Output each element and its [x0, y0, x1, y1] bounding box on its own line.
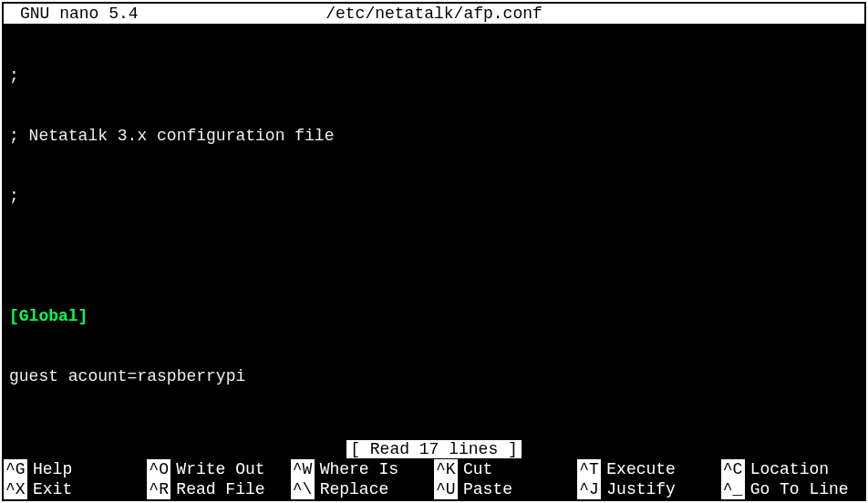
shortcut-row-2: ^XExit ^RRead File ^\Replace ^UPaste ^JJ…	[4, 479, 864, 499]
app-name: GNU nano 5.4	[20, 4, 139, 24]
shortcut-key: ^K	[434, 459, 458, 479]
shortcut-key: ^X	[4, 479, 27, 499]
shortcut-key: ^G	[4, 459, 27, 479]
terminal-window: GNU nano 5.4 /etc/netatalk/afp.conf ; ; …	[2, 2, 866, 501]
shortcut-key: ^J	[577, 479, 601, 499]
file-line: guest acount=raspberrypi	[9, 366, 859, 386]
shortcut-cut[interactable]: ^KCut	[434, 459, 577, 479]
shortcut-label: Where Is	[320, 459, 398, 479]
shortcut-key: ^U	[434, 479, 458, 499]
file-line: ; Netatalk 3.x configuration file	[9, 126, 859, 146]
file-line: ;	[9, 186, 859, 206]
shortcut-key: ^T	[577, 459, 601, 479]
shortcut-execute[interactable]: ^TExecute	[577, 459, 720, 479]
shortcut-label: Location	[750, 459, 829, 479]
shortcut-label: Exit	[33, 479, 72, 499]
titlebar: GNU nano 5.4 /etc/netatalk/afp.conf	[4, 4, 864, 24]
shortcut-key: ^R	[147, 479, 170, 499]
shortcut-label: Justify	[606, 479, 676, 499]
shortcut-key: ^O	[147, 459, 170, 479]
shortcut-key: ^W	[291, 459, 315, 479]
shortcut-label: Paste	[463, 479, 512, 499]
editor-area[interactable]: ; ; Netatalk 3.x configuration file ; [G…	[4, 24, 864, 439]
shortcut-justify[interactable]: ^JJustify	[577, 479, 720, 499]
file-line: ;	[9, 66, 859, 86]
shortcut-key: ^_	[721, 479, 745, 499]
shortcut-label: Cut	[463, 459, 492, 479]
shortcut-label: Read File	[176, 479, 264, 499]
shortcut-write-out[interactable]: ^OWrite Out	[147, 459, 290, 479]
file-line	[9, 246, 859, 266]
shortcut-key: ^\	[291, 479, 315, 499]
shortcut-label: Go To Line	[750, 479, 849, 499]
shortcut-paste[interactable]: ^UPaste	[434, 479, 577, 499]
shortcut-exit[interactable]: ^XExit	[4, 479, 147, 499]
shortcut-location[interactable]: ^CLocation	[721, 459, 864, 479]
shortcut-key: ^C	[721, 459, 745, 479]
shortcut-go-to-line[interactable]: ^_Go To Line	[721, 479, 864, 499]
shortcut-label: Help	[33, 459, 72, 479]
shortcut-read-file[interactable]: ^RRead File	[147, 479, 290, 499]
shortcut-where-is[interactable]: ^WWhere Is	[291, 459, 434, 479]
shortcut-row-1: ^GHelp ^OWrite Out ^WWhere Is ^KCut ^TEx…	[4, 459, 864, 479]
shortcut-label: Replace	[320, 479, 389, 499]
file-line-section: [Global]	[9, 306, 859, 326]
file-line	[9, 426, 859, 439]
status-bar: [ Read 17 lines ]	[4, 439, 864, 459]
shortcut-bar: ^GHelp ^OWrite Out ^WWhere Is ^KCut ^TEx…	[4, 459, 864, 499]
shortcut-replace[interactable]: ^\Replace	[291, 479, 434, 499]
shortcut-label: Execute	[606, 459, 676, 479]
status-message: [ Read 17 lines ]	[346, 440, 522, 458]
shortcut-help[interactable]: ^GHelp	[4, 459, 147, 479]
shortcut-label: Write Out	[176, 459, 264, 479]
